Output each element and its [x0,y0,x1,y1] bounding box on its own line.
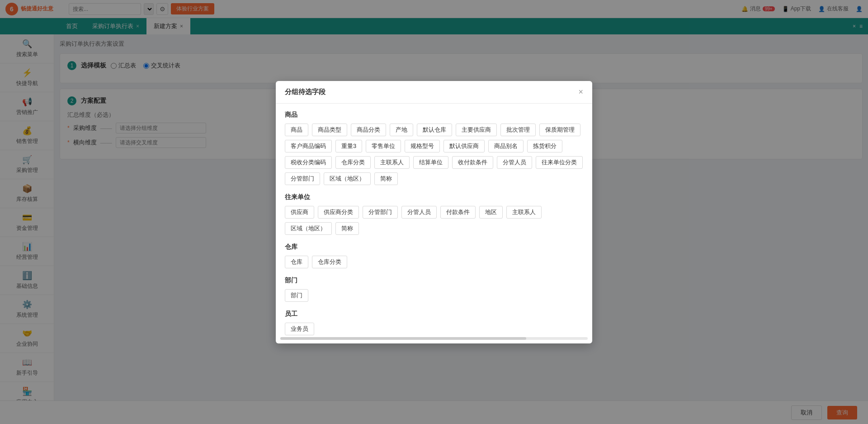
field-tag[interactable]: 主联系人 [374,156,410,169]
field-tag[interactable]: 默认供应商 [443,140,485,152]
field-section-员工: 员工业务员 [285,310,583,335]
field-tag[interactable]: 地区 [479,206,503,219]
field-tag[interactable]: 收付款条件 [452,156,493,169]
field-tag[interactable]: 分管人员 [497,156,532,169]
modal-close-button[interactable]: × [578,87,583,97]
field-tag[interactable]: 简称 [335,222,359,235]
field-section-title: 仓库 [285,243,583,251]
field-tags: 仓库仓库分类 [285,256,583,268]
field-tag[interactable]: 默认仓库 [417,124,452,136]
field-section-title: 往来单位 [285,193,583,201]
field-section-部门: 部门部门 [285,276,583,302]
field-tag[interactable]: 付款条件 [440,206,476,219]
field-tag[interactable]: 零售单位 [366,140,401,152]
field-tag[interactable]: 商品类型 [312,124,347,136]
modal-body: 商品商品商品类型商品分类产地默认仓库主要供应商批次管理保质期管理客户商品编码重量… [276,104,592,335]
field-tag[interactable]: 区域（地区） [324,172,371,185]
modal-overlay: 分组待选字段 × 商品商品商品类型商品分类产地默认仓库主要供应商批次管理保质期管… [0,0,868,424]
field-tags: 商品商品类型商品分类产地默认仓库主要供应商批次管理保质期管理客户商品编码重量3零… [285,124,583,185]
field-tag[interactable]: 仓库分类 [335,156,371,169]
modal-title: 分组待选字段 [285,88,326,96]
field-tag[interactable]: 税收分类编码 [285,156,332,169]
modal-hscrollbar[interactable] [280,337,588,340]
field-tag[interactable]: 区域（地区） [285,222,332,235]
field-tag[interactable]: 商品分类 [351,124,386,136]
field-tag[interactable]: 供应商 [285,206,314,219]
field-tag[interactable]: 分管部门 [363,206,398,219]
field-tag[interactable]: 商品 [285,124,308,136]
field-tag[interactable]: 往来单位分类 [536,156,583,169]
field-section-往来单位: 往来单位供应商供应商分类分管部门分管人员付款条件地区主联系人区域（地区）简称 [285,193,583,235]
field-section-仓库: 仓库仓库仓库分类 [285,243,583,268]
field-tag[interactable]: 重量3 [335,140,362,152]
field-tag[interactable]: 分管部门 [285,172,320,185]
field-tags: 供应商供应商分类分管部门分管人员付款条件地区主联系人区域（地区）简称 [285,206,583,235]
field-tag[interactable]: 供应商分类 [318,206,359,219]
field-section-title: 商品 [285,111,583,119]
field-tag[interactable]: 简称 [374,172,398,185]
field-tag[interactable]: 主联系人 [506,206,542,219]
field-section-商品: 商品商品商品类型商品分类产地默认仓库主要供应商批次管理保质期管理客户商品编码重量… [285,111,583,185]
modal-header: 分组待选字段 × [276,81,592,104]
field-tag[interactable]: 商品别名 [488,140,524,152]
field-tag[interactable]: 业务员 [285,323,314,335]
field-section-title: 部门 [285,276,583,285]
field-tags: 业务员 [285,323,583,335]
field-tag[interactable]: 主要供应商 [456,124,497,136]
modal-scrollbar-area [276,335,592,343]
field-tag[interactable]: 仓库 [285,256,308,268]
field-tags: 部门 [285,289,583,302]
field-tag[interactable]: 批次管理 [500,124,536,136]
field-tag[interactable]: 分管人员 [401,206,437,219]
field-select-modal: 分组待选字段 × 商品商品商品类型商品分类产地默认仓库主要供应商批次管理保质期管… [276,81,592,343]
field-tag[interactable]: 结算单位 [413,156,448,169]
field-tag[interactable]: 部门 [285,289,308,302]
field-tag[interactable]: 规格型号 [405,140,440,152]
field-tag[interactable]: 保质期管理 [539,124,580,136]
field-tag[interactable]: 产地 [390,124,413,136]
field-tag[interactable]: 客户商品编码 [285,140,332,152]
field-tag[interactable]: 拣货积分 [527,140,562,152]
field-section-title: 员工 [285,310,583,318]
field-tag[interactable]: 仓库分类 [312,256,347,268]
